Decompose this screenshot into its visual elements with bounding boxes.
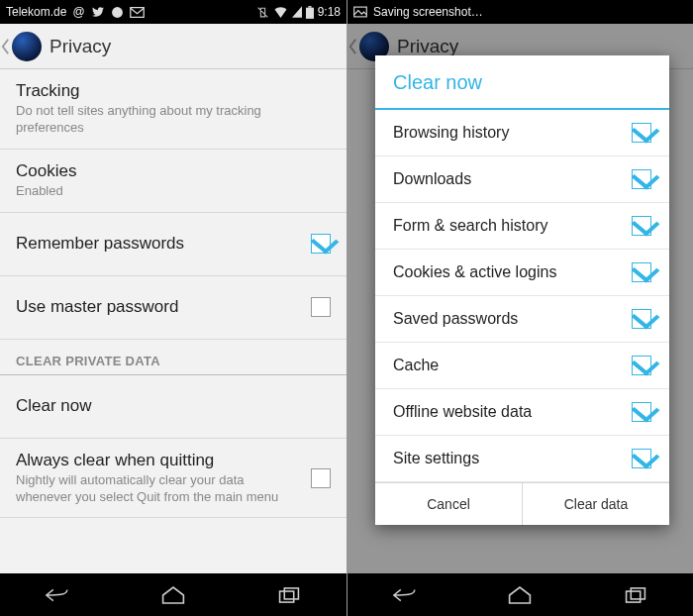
svg-rect-1 — [130, 7, 143, 17]
clock-text: 9:18 — [318, 5, 341, 19]
row-subtitle: Nightly will automatically clear your da… — [16, 472, 301, 506]
row-always-clear[interactable]: Always clear when quitting Nightly will … — [0, 439, 346, 519]
dialog-item-checkbox[interactable] — [632, 169, 651, 189]
svg-rect-5 — [284, 587, 298, 598]
left-pane: Telekom.de @ 9:18 Privacy Tracki — [0, 0, 346, 616]
dialog-item-label: Cookies & active logins — [393, 263, 622, 281]
dialog-item-label: Offline website data — [393, 403, 622, 421]
dialog-item-label: Site settings — [393, 450, 622, 467]
dialog-item-label: Cache — [393, 357, 622, 374]
dialog-item-label: Downloads — [393, 170, 622, 188]
dialog-item-checkbox[interactable] — [632, 309, 651, 329]
dialog-item-checkbox[interactable] — [632, 402, 651, 422]
nav-home-icon[interactable] — [152, 582, 194, 608]
row-tracking[interactable]: Tracking Do not tell sites anything abou… — [0, 69, 346, 150]
dialog-item[interactable]: Form & search history — [375, 203, 669, 250]
row-clear-now[interactable]: Clear now — [0, 375, 346, 439]
vibrate-icon — [256, 6, 269, 19]
firefox-icon — [111, 6, 124, 19]
status-bar: Saving screenshot… — [347, 0, 693, 24]
row-title: Clear now — [16, 396, 331, 416]
nav-back-icon[interactable] — [37, 582, 78, 608]
row-master-password[interactable]: Use master password — [0, 276, 346, 340]
nav-bar — [347, 573, 693, 616]
row-subtitle: Enabled — [16, 183, 331, 200]
nav-recent-icon[interactable] — [615, 582, 656, 608]
nav-recent-icon[interactable] — [268, 582, 310, 608]
svg-rect-8 — [631, 587, 644, 598]
screenshot-pair: Telekom.de @ 9:18 Privacy Tracki — [0, 0, 693, 616]
dialog-item[interactable]: Site settings — [375, 436, 669, 482]
carrier-text: Telekom.de — [6, 5, 66, 19]
dialog-item-label: Saved passwords — [393, 310, 622, 328]
section-header: CLEAR PRIVATE DATA — [0, 340, 346, 375]
dialog-item[interactable]: Offline website data — [375, 389, 669, 436]
row-title: Tracking — [16, 81, 331, 101]
gmail-icon — [130, 7, 145, 18]
dialog-buttons: Cancel Clear data — [375, 482, 669, 525]
clear-now-dialog: Clear now Browsing historyDownloadsForm … — [375, 55, 669, 525]
image-icon — [353, 6, 367, 18]
signal-icon — [292, 6, 302, 18]
page-title: Privacy — [50, 36, 111, 57]
row-title: Remember passwords — [16, 234, 301, 254]
row-title: Cookies — [16, 161, 331, 181]
dialog-item-checkbox[interactable] — [632, 123, 651, 143]
svg-rect-7 — [626, 591, 640, 602]
status-bar: Telekom.de @ 9:18 — [0, 0, 346, 24]
svg-rect-4 — [279, 591, 293, 602]
checkbox-master[interactable] — [311, 297, 331, 317]
dialog-item[interactable]: Browsing history — [375, 110, 669, 156]
dialog-item-checkbox[interactable] — [632, 356, 651, 375]
row-title: Use master password — [16, 297, 301, 317]
row-title: Always clear when quitting — [16, 451, 301, 470]
back-icon[interactable] — [0, 24, 10, 69]
twitter-icon — [91, 6, 105, 18]
settings-list: Tracking Do not tell sites anything abou… — [0, 69, 346, 573]
svg-rect-3 — [308, 6, 311, 8]
dialog-item[interactable]: Cache — [375, 343, 669, 389]
clear-data-button[interactable]: Clear data — [522, 483, 669, 525]
dialog-item-label: Form & search history — [393, 217, 622, 235]
svg-point-0 — [112, 7, 123, 18]
svg-rect-2 — [306, 7, 314, 18]
dialog-item-checkbox[interactable] — [632, 216, 651, 236]
dialog-item-checkbox[interactable] — [632, 262, 651, 282]
cancel-button[interactable]: Cancel — [375, 483, 522, 525]
checkbox-remember[interactable] — [311, 234, 331, 254]
app-logo-icon[interactable] — [12, 32, 42, 61]
at-icon: @ — [72, 5, 84, 19]
action-bar: Privacy — [0, 24, 346, 69]
dialog-item-checkbox[interactable] — [632, 449, 651, 468]
saving-text: Saving screenshot… — [373, 5, 483, 19]
checkbox-always[interactable] — [311, 468, 331, 488]
nav-home-icon[interactable] — [499, 582, 541, 608]
dialog-item[interactable]: Saved passwords — [375, 296, 669, 343]
dialog-item-label: Browsing history — [393, 124, 622, 142]
right-pane: Saving screenshot… Privacy Clear now Bro… — [346, 0, 693, 616]
nav-bar — [0, 573, 346, 616]
row-cookies[interactable]: Cookies Enabled — [0, 150, 346, 213]
battery-icon — [306, 6, 314, 19]
dialog-item[interactable]: Downloads — [375, 156, 669, 203]
wifi-icon — [273, 6, 288, 18]
dialog-title: Clear now — [375, 55, 669, 108]
row-subtitle: Do not tell sites anything about my trac… — [16, 103, 331, 137]
dialog-item[interactable]: Cookies & active logins — [375, 250, 669, 296]
row-remember-passwords[interactable]: Remember passwords — [0, 213, 346, 276]
nav-back-icon[interactable] — [384, 582, 426, 608]
